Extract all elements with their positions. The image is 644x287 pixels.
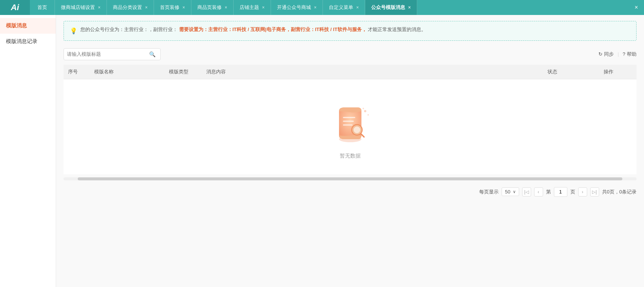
empty-state: 暂无数据	[64, 79, 637, 174]
search-input-wrap[interactable]: 🔍	[64, 48, 161, 60]
content-area: 💡 您的公众号行业为：主营行业：，副营行业： 需要设置为：主营行业：IT科技 /…	[56, 15, 644, 287]
nav-tab-home-label: 首页	[37, 4, 47, 11]
help-icon: ?	[623, 51, 625, 57]
col-status: 状态	[543, 65, 599, 79]
logo: Ai	[0, 0, 30, 15]
nav-tab-micro-shop[interactable]: 微商城店铺设置 ×	[55, 0, 107, 15]
pagination: 每页显示 50 ∨ |◁ ‹ 第 页 › ▷| 共0页，0条记录	[64, 183, 637, 201]
svg-point-7	[364, 110, 366, 112]
scroll-bar-thumb	[78, 177, 622, 180]
prev-page-button[interactable]: ‹	[534, 187, 543, 196]
close-home-decor-icon[interactable]: ×	[182, 5, 185, 10]
nav-tab-home-decor-label: 首页装修	[160, 4, 179, 11]
search-bar: 🔍 ↻ 同步 | ? 帮助	[64, 48, 637, 60]
nav-tab-template-msg[interactable]: 公众号模版消息 ×	[365, 0, 417, 15]
first-page-icon: |◁	[524, 189, 529, 195]
sync-icon: ↻	[598, 51, 603, 57]
last-page-icon: ▷|	[592, 189, 597, 195]
nav-tab-custom-menu[interactable]: 自定义菜单 ×	[323, 0, 365, 15]
next-page-button[interactable]: ›	[578, 187, 587, 196]
first-page-button[interactable]: |◁	[522, 187, 531, 196]
svg-point-5	[354, 126, 360, 133]
nav-tab-home[interactable]: 首页	[30, 0, 55, 15]
notice-banner: 💡 您的公众号行业为：主营行业：，副营行业： 需要设置为：主营行业：IT科技 /…	[64, 21, 637, 41]
sidebar-item-template-msg[interactable]: 模版消息	[0, 18, 56, 34]
close-open-mall-icon[interactable]: ×	[314, 5, 317, 10]
page-input[interactable]	[554, 187, 567, 197]
scroll-bar-area[interactable]	[64, 177, 637, 180]
col-content: 消息内容	[202, 65, 543, 79]
search-actions: ↻ 同步 | ? 帮助	[598, 51, 637, 58]
sidebar-item-template-record[interactable]: 模版消息记录	[0, 34, 56, 49]
table-body: 暂无数据	[64, 79, 637, 174]
svg-point-9	[363, 108, 364, 109]
close-custom-menu-icon[interactable]: ×	[356, 5, 359, 10]
nav-tab-template-msg-label: 公众号模版消息	[371, 4, 405, 11]
top-navigation: Ai 首页 微商城店铺设置 × 商品分类设置 × 首页装修 × 商品页装修 × …	[0, 0, 644, 15]
page-unit: 页	[570, 189, 575, 195]
search-input[interactable]	[67, 51, 149, 57]
notice-highlight: 需要设置为：主营行业：IT科技 / 互联网|电子商务，副营行业：IT科技 / I…	[179, 27, 367, 32]
next-page-icon: ›	[582, 189, 583, 195]
close-shop-theme-icon[interactable]: ×	[262, 5, 265, 10]
nav-tab-category[interactable]: 商品分类设置 ×	[107, 0, 154, 15]
search-icon[interactable]: 🔍	[149, 51, 155, 57]
empty-row: 暂无数据	[64, 79, 637, 174]
close-template-msg-icon[interactable]: ×	[408, 5, 411, 10]
help-button[interactable]: ? 帮助	[623, 51, 637, 58]
last-page-button[interactable]: ▷|	[590, 187, 599, 196]
page-label: 第	[546, 189, 551, 195]
nav-tab-open-mall-label: 开通公众号商城	[277, 4, 311, 11]
sync-button[interactable]: ↻ 同步	[598, 51, 614, 58]
prev-page-icon: ‹	[538, 189, 539, 195]
notice-text: 您的公众号行业为：主营行业：，副营行业： 需要设置为：主营行业：IT科技 / 互…	[80, 26, 426, 34]
nav-tab-shop-theme-label: 店铺主题	[240, 4, 259, 11]
main-layout: 模版消息 模版消息记录 💡 您的公众号行业为：主营行业：，副营行业： 需要设置为…	[0, 15, 644, 287]
nav-tab-home-decor[interactable]: 首页装修 ×	[154, 0, 191, 15]
nav-tab-product-decor[interactable]: 商品页装修 ×	[191, 0, 234, 15]
svg-point-8	[367, 114, 369, 116]
col-action: 操作	[599, 65, 637, 79]
nav-tab-custom-menu-label: 自定义菜单	[329, 4, 353, 11]
close-product-decor-icon[interactable]: ×	[225, 5, 227, 10]
table-header: 序号 模版名称 模版类型 消息内容 状态 操作	[64, 65, 637, 79]
empty-icon	[328, 102, 373, 147]
nav-tab-category-label: 商品分类设置	[113, 4, 142, 11]
page-size-label: 每页显示	[479, 189, 499, 195]
notice-icon: 💡	[70, 26, 77, 36]
nav-tab-micro-shop-label: 微商城店铺设置	[61, 4, 95, 11]
empty-text: 暂无数据	[340, 153, 361, 159]
chevron-down-icon: ∨	[513, 189, 516, 194]
total-info: 共0页，0条记录	[602, 189, 637, 195]
col-type: 模版类型	[164, 65, 202, 79]
close-category-icon[interactable]: ×	[145, 5, 148, 10]
nav-tab-product-decor-label: 商品页装修	[197, 4, 222, 11]
col-name: 模版名称	[90, 65, 164, 79]
page-size-value: 50	[505, 189, 510, 195]
nav-tab-shop-theme[interactable]: 店铺主题 ×	[234, 0, 271, 15]
sidebar: 模版消息 模版消息记录	[0, 15, 56, 287]
close-all-tabs-button[interactable]: ×	[629, 0, 644, 15]
close-micro-shop-icon[interactable]: ×	[98, 5, 101, 10]
divider: |	[617, 51, 619, 57]
col-index: 序号	[64, 65, 90, 79]
data-table: 序号 模版名称 模版类型 消息内容 状态 操作	[64, 65, 637, 174]
page-size-select[interactable]: 50 ∨	[502, 187, 519, 196]
nav-tab-open-mall[interactable]: 开通公众号商城 ×	[271, 0, 323, 15]
